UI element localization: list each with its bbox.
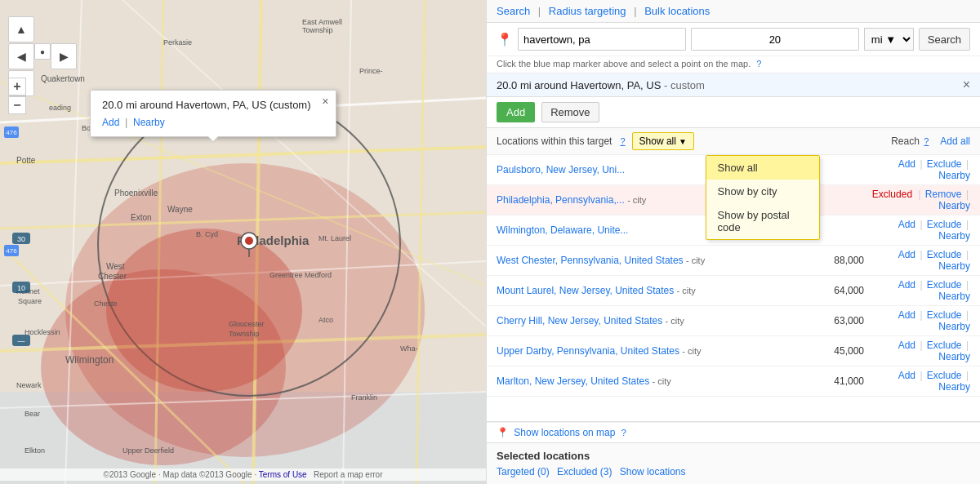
location-link[interactable]: Upper Darby, Pennsylvania, United States (497, 345, 679, 357)
show-on-map-help-link[interactable]: ? (621, 428, 626, 437)
reach-help-link[interactable]: ? (924, 136, 929, 146)
remove-link[interactable]: Remove (925, 189, 962, 200)
location-search-input[interactable] (518, 28, 686, 51)
add-link[interactable]: Add (898, 370, 915, 381)
svg-text:30: 30 (17, 235, 25, 243)
excluded-link[interactable]: Excluded (3) (557, 466, 612, 477)
dropdown-item-show-all[interactable]: Show all (706, 156, 819, 180)
location-link[interactable]: Philadelphia, Pennsylvania,... (497, 194, 625, 206)
table-row: Marlton, New Jersey, United States - cit… (487, 366, 980, 397)
location-reach: 63,000 (815, 315, 864, 326)
exclude-link[interactable]: Exclude (927, 249, 962, 260)
location-link[interactable]: Cherry Hill, New Jersey, United States (497, 315, 662, 326)
panel-top-nav: Search | Radius targeting | Bulk locatio… (487, 0, 980, 23)
locations-label: Locations within this target (497, 135, 612, 147)
add-link[interactable]: Add (898, 158, 915, 170)
show-all-dropdown-menu: Show all Show by city Show by postal cod… (706, 155, 820, 240)
add-link[interactable]: Add (898, 249, 915, 260)
add-link[interactable]: Add (898, 309, 915, 321)
nearby-link[interactable]: Nearby (938, 170, 970, 181)
svg-text:West: West (106, 262, 125, 271)
locations-help-link[interactable]: ? (620, 136, 625, 146)
location-reach: 88,000 (815, 255, 864, 266)
nearby-link[interactable]: Nearby (938, 381, 970, 393)
terms-link[interactable]: Terms of Use (259, 470, 307, 479)
selected-locations-title: Selected locations (497, 450, 970, 462)
dropdown-arrow-icon: ▼ (679, 137, 687, 146)
map-pin-icon: 📍 (497, 32, 513, 47)
target-close-button[interactable]: × (963, 78, 970, 91)
exclude-link[interactable]: Exclude (927, 158, 962, 170)
svg-text:B. Cyd: B. Cyd (196, 230, 218, 238)
reach-label: Reach ? (891, 135, 929, 147)
search-button[interactable]: Search (919, 28, 970, 51)
dropdown-item-show-city[interactable]: Show by city (706, 180, 819, 203)
svg-text:Hocklessin: Hocklessin (24, 328, 60, 336)
add-all-link[interactable]: Add all (940, 135, 970, 147)
nearby-link[interactable]: Nearby (938, 200, 970, 211)
table-row: Cherry Hill, New Jersey, United States -… (487, 306, 980, 336)
add-link[interactable]: Add (898, 279, 915, 291)
location-link[interactable]: Paulsboro, New Jersey, Uni... (497, 164, 625, 175)
location-link[interactable]: Mount Laurel, New Jersey, United States (497, 285, 674, 296)
location-actions: Add | Exclude | Nearby (864, 370, 970, 393)
svg-text:Square: Square (18, 297, 42, 305)
nearby-link[interactable]: Nearby (938, 321, 970, 332)
location-link[interactable]: West Chester, Pennsylvania, United State… (497, 255, 684, 266)
exclude-link[interactable]: Exclude (927, 340, 962, 351)
nav-radius-link[interactable]: Radius targeting (549, 5, 626, 17)
radius-input[interactable] (691, 28, 859, 51)
location-link[interactable]: Marlton, New Jersey, United States (497, 375, 649, 387)
pan-center-button[interactable]: ● (34, 43, 51, 60)
svg-text:East Amwell: East Amwell (302, 18, 342, 26)
show-on-map: 📍 Show locations on map ? (487, 422, 980, 443)
svg-text:Bear: Bear (24, 410, 40, 418)
popup-nearby-link[interactable]: Nearby (133, 117, 165, 128)
location-type: - city (677, 286, 696, 295)
map-pin-icon: 📍 (497, 427, 509, 438)
exclude-link[interactable]: Exclude (927, 370, 962, 381)
show-locations-link[interactable]: Show locations (620, 466, 686, 477)
add-link[interactable]: Add (898, 340, 915, 351)
nearby-link[interactable]: Nearby (938, 260, 970, 272)
exclude-link[interactable]: Exclude (927, 309, 962, 321)
svg-text:Township: Township (229, 330, 260, 338)
svg-text:Gloucester: Gloucester (229, 320, 265, 328)
location-link[interactable]: Wilmington, Delaware, Unite... (497, 224, 628, 236)
nearby-link[interactable]: Nearby (938, 351, 970, 362)
popup-close-button[interactable]: × (322, 95, 328, 108)
target-title-text: 20.0 mi around Havertown, PA, US (497, 79, 661, 91)
nearby-link[interactable]: Nearby (938, 230, 970, 242)
locations-header: Locations within this target ? Show all … (487, 128, 980, 155)
location-actions: Add | Exclude | Nearby (864, 158, 970, 181)
remove-button[interactable]: Remove (541, 102, 599, 122)
nearby-link[interactable]: Nearby (938, 291, 970, 302)
hint-help-link[interactable]: ? (756, 59, 761, 69)
nav-bulk-link[interactable]: Bulk locations (644, 5, 710, 17)
exclude-link[interactable]: Exclude (927, 219, 962, 230)
show-on-map-link[interactable]: Show locations on map (514, 427, 615, 438)
add-link[interactable]: Add (898, 219, 915, 230)
unit-select[interactable]: mi ▼ km (864, 28, 914, 51)
popup-title: 20.0 mi around Havertown, PA, US (custom… (102, 99, 324, 111)
svg-text:Newark: Newark (16, 381, 42, 389)
dropdown-item-show-postal[interactable]: Show by postal code (706, 203, 819, 239)
pan-up-button[interactable]: ▲ (8, 16, 34, 42)
show-all-button[interactable]: Show all ▼ (632, 132, 694, 150)
svg-text:Upper Deerfield: Upper Deerfield (122, 446, 174, 455)
excluded-label: Excluded (872, 189, 912, 200)
pan-left-button[interactable]: ◀ (8, 43, 34, 69)
zoom-in-button[interactable]: + (8, 78, 26, 95)
exclude-link[interactable]: Exclude (927, 279, 962, 291)
targeted-link[interactable]: Targeted (0) (497, 466, 550, 477)
location-name: West Chester, Pennsylvania, United State… (497, 255, 815, 266)
pan-right-button[interactable]: ▶ (51, 43, 77, 69)
svg-text:Mt. Laurel: Mt. Laurel (318, 234, 351, 242)
svg-text:Potte: Potte (16, 156, 36, 165)
add-button[interactable]: Add (497, 102, 535, 122)
nav-search-link[interactable]: Search (497, 5, 530, 17)
popup-add-link[interactable]: Add (102, 117, 119, 128)
svg-text:Wha-: Wha- (400, 344, 418, 353)
zoom-out-button[interactable]: − (8, 96, 26, 114)
svg-text:Wilmington: Wilmington (65, 354, 114, 366)
